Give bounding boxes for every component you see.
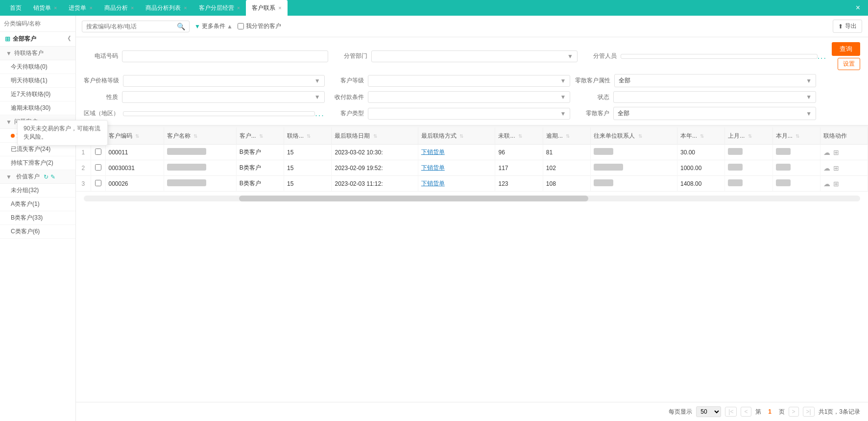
nav-purchase[interactable]: 进货单 × [63, 0, 98, 16]
refresh-icon[interactable]: ↻ [44, 173, 48, 180]
sidebar-item-declining[interactable]: 持续下滑客户(2) [0, 156, 75, 170]
td-person-1 [591, 145, 677, 160]
close-sales-icon[interactable]: × [54, 5, 57, 11]
close-analysis-icon[interactable]: × [131, 5, 134, 11]
sidebar-search-input[interactable] [4, 20, 76, 27]
sidebar-item-today[interactable]: 今天待联络(0) [0, 60, 75, 74]
filter-retail-attr-select[interactable]: 全部 ▼ [614, 74, 816, 87]
sidebar-item-7days[interactable]: 近7天待联络(0) [0, 88, 75, 101]
more-action-icon-3[interactable]: ⊞ [833, 180, 839, 188]
horizontal-scrollbar[interactable] [76, 192, 868, 205]
chevron-down-retail-icon: ▼ [806, 77, 812, 84]
query-button[interactable]: 查询 [832, 42, 860, 56]
more-action-icon-1[interactable]: ⊞ [833, 149, 839, 156]
last-method-link-1[interactable]: 下销货单 [421, 149, 445, 155]
filter-customer-grade-select[interactable]: ▼ [368, 75, 571, 87]
sidebar-item-tomorrow[interactable]: 明天待联络(1) [0, 74, 75, 88]
nav-customer-tier[interactable]: 客户分层经营 × [193, 0, 246, 16]
td-type-1: B类客户 [236, 145, 284, 160]
row-checkbox-3[interactable] [95, 180, 101, 186]
filter-retail-customer-select[interactable]: 全部 ▼ [613, 107, 816, 120]
td-method-3: 下销货单 [418, 176, 495, 192]
td-overdue-2: 102 [543, 160, 590, 176]
sidebar-group-value[interactable]: ▼ 价值客户 ↻ ✎ [0, 170, 75, 184]
my-customer-checkbox-wrap[interactable]: 我分管的客户 [238, 22, 281, 30]
td-code-2: 00030031 [105, 160, 164, 176]
td-num-1: 1 [76, 145, 91, 160]
filter-region-select[interactable] [123, 111, 315, 116]
first-page-button[interactable]: |< [725, 407, 737, 417]
td-lmonth-1 [725, 145, 772, 160]
td-type-2: B类客户 [236, 160, 284, 176]
edit-icon[interactable]: ✎ [50, 173, 55, 180]
filter-payment-select[interactable]: ▼ [368, 91, 571, 103]
td-action-1: ☁ ⊞ [820, 145, 868, 160]
search-icon[interactable]: 🔍 [177, 23, 185, 30]
contact-action-icon-2[interactable]: ☁ [823, 164, 830, 172]
nav-home[interactable]: 首页 [4, 0, 27, 16]
setting-button[interactable]: 设置 [838, 58, 860, 70]
search-input[interactable] [86, 23, 177, 30]
sidebar-item-class-b[interactable]: B类客户(33) [0, 211, 75, 225]
filter-status-select[interactable]: ▼ [613, 91, 816, 103]
td-check-1 [91, 145, 105, 160]
nav-sales[interactable]: 销货单 × [27, 0, 63, 16]
td-person-2 [591, 160, 677, 176]
filter-price-grade-select[interactable]: ▼ [123, 75, 325, 87]
filter-manager-dots[interactable]: ... [818, 52, 827, 61]
next-page-button[interactable]: > [789, 407, 799, 417]
top-nav: 首页 销货单 × 进货单 × 商品分析 × 商品分析列表 × 客户分层经营 × … [0, 0, 868, 16]
contact-action-icon-1[interactable]: ☁ [823, 149, 830, 156]
filter-nature-select[interactable]: ▼ [122, 91, 325, 103]
sidebar-item-class-a[interactable]: A类客户(1) [0, 198, 75, 211]
last-method-link-2[interactable]: 下销货单 [421, 164, 445, 171]
chevron-down-retail2-icon: ▼ [806, 110, 812, 117]
filter-dept-select[interactable]: ▼ [371, 50, 578, 62]
last-method-link-3[interactable]: 下销货单 [421, 180, 445, 187]
filter-nature-label: 性质 [84, 93, 118, 101]
filter-phone-input[interactable] [122, 50, 328, 62]
filter-retail-customer: 零散客户 全部 ▼ [575, 107, 816, 120]
my-customer-checkbox[interactable] [238, 23, 244, 29]
nav-analysis[interactable]: 商品分析 × [98, 0, 140, 16]
row-checkbox-2[interactable] [95, 164, 101, 171]
filter-status-label: 状态 [575, 93, 609, 101]
sort-uncontacted-icon: ⇅ [518, 133, 522, 139]
sidebar-item-overdue[interactable]: 逾期未联络(30) [0, 101, 75, 115]
more-filter-button[interactable]: ▼ 更多条件 ▲ [194, 22, 233, 30]
contact-action-icon-3[interactable]: ☁ [823, 180, 830, 188]
filter-customer-type-select[interactable]: ▼ [368, 108, 571, 120]
nav-analysis-list[interactable]: 商品分析列表 × [140, 0, 193, 16]
prev-page-button[interactable]: < [741, 407, 751, 417]
last-page-button[interactable]: >| [803, 407, 815, 417]
sidebar: 🔍 ⊞ 全部客户 《 ▼ 待联络客户 今天待联络(0) 明天待联络(1) 近7天… [0, 16, 76, 421]
nav-customer-contact[interactable]: 客户联系 × [246, 0, 287, 16]
close-customer-tier-icon[interactable]: × [237, 5, 240, 11]
close-analysis-list-icon[interactable]: × [184, 5, 187, 11]
sidebar-all-customers[interactable]: ⊞ 全部客户 《 [0, 32, 75, 47]
td-date-3: 2023-02-03 11:12: [332, 176, 418, 192]
chevron-up-icon: ▲ [227, 23, 233, 30]
close-customer-contact-icon[interactable]: × [278, 5, 281, 11]
search-input-wrap: 🔍 [82, 21, 190, 32]
table-row: 1 000011 B类客户 15 2023-03-02 10:30: 下销货单 … [76, 145, 868, 160]
export-button[interactable]: ⬆ 导出 [833, 20, 862, 33]
sidebar-group-pending[interactable]: ▼ 待联络客户 [0, 47, 75, 60]
more-action-icon-2[interactable]: ⊞ [833, 164, 839, 172]
filter-manager-select[interactable] [621, 54, 818, 59]
td-lmonth-2 [725, 160, 772, 176]
row-checkbox-1[interactable] [95, 149, 101, 155]
sidebar-item-ungrouped[interactable]: 未分组(32) [0, 184, 75, 198]
lmonth-blur-3 [728, 179, 743, 186]
person-blur-1 [594, 148, 613, 155]
td-uncontacted-2: 117 [495, 160, 543, 176]
filter-region-dots[interactable]: ... [315, 109, 324, 118]
th-action: 联络动作 [820, 127, 868, 145]
th-last-date: 最后联络日期 ⇅ [332, 127, 418, 145]
filter-retail-attr: 零散客户属性 全部 ▼ [575, 74, 816, 87]
close-all-icon[interactable]: × [852, 3, 864, 12]
per-page-select[interactable]: 50 100 200 [696, 406, 721, 417]
sidebar-item-class-c[interactable]: C类客户(6) [0, 225, 75, 239]
close-purchase-icon[interactable]: × [89, 5, 92, 11]
td-date-1: 2023-03-02 10:30: [332, 145, 418, 160]
